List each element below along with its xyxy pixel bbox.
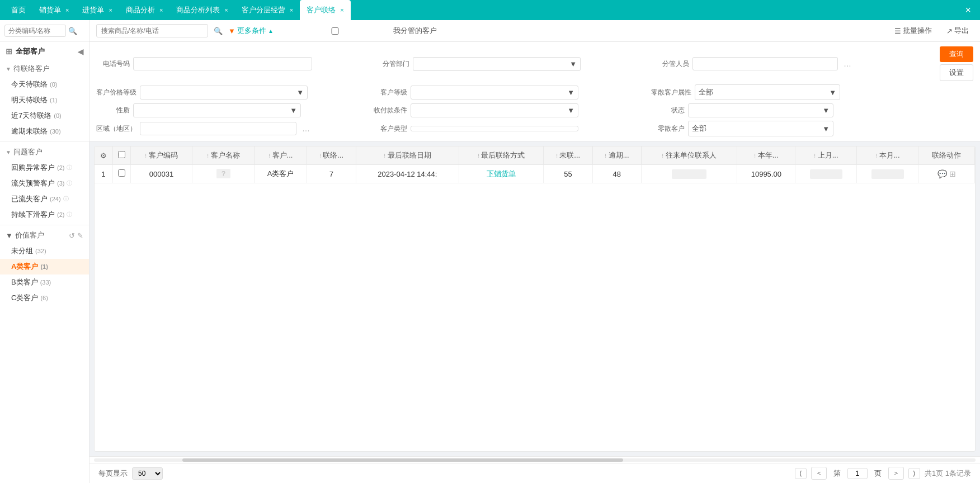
setting-btn[interactable]: 设置 [940,64,973,81]
close-sales-order[interactable]: × [65,7,69,13]
settings-icon[interactable]: ⚙ [100,151,107,160]
nav-purchase-order[interactable]: 进货单 × [76,0,119,20]
batch-icon: ☰ [894,27,901,35]
row-name: ？ [192,165,255,183]
filter-cell-customer-type: 客户类型 [374,124,651,134]
nav-product-analysis-list[interactable]: 商品分析列表 × [169,0,234,20]
customer-level-select[interactable]: ▼ [411,86,578,100]
refresh-icon[interactable]: ↺ [69,231,75,240]
row-this-year: 10995.00 [737,165,795,183]
price-level-label: 客户价格等级 [96,88,136,97]
customer-type-select[interactable] [411,126,578,131]
dept-select[interactable]: ▼ [413,57,581,71]
close-product-analysis-list[interactable]: × [224,7,228,13]
close-product-analysis[interactable]: × [159,7,163,13]
scroll-track [94,458,976,462]
filter-cell-customer-level: 客户等级 ▼ [374,86,651,100]
export-btn[interactable]: ↗ 导出 [942,23,973,38]
sidebar-item-tomorrow[interactable]: 明天待联络 (1) [0,92,89,108]
message-icon[interactable]: 💬 [937,169,947,178]
sidebar-item-unclassified[interactable]: 未分组 (32) [0,243,89,259]
collapse-sidebar-icon[interactable]: ◀ [78,48,83,56]
payment-select[interactable]: ▼ [411,103,578,117]
retail-select[interactable]: 全部▼ [688,121,833,136]
sidebar-item-churned[interactable]: 已流失客户 (24) ⓘ [0,191,89,207]
sidebar-item-overdue[interactable]: 逾期未联络 (30) [0,124,89,139]
nature-select[interactable]: ▼ [133,103,301,117]
sidebar-all-customers[interactable]: ⊞ 全部客户 ◀ [0,42,89,61]
info-icon-repurchase: ⓘ [67,164,72,172]
filter-cell-payment: 收付款条件 ▼ [374,103,651,117]
col-last-month: ⁝ 上月... [795,146,857,165]
page-number-input[interactable] [847,468,868,479]
row-actions: 💬 ⊞ [918,165,975,183]
nav-home[interactable]: 首页 [4,0,32,20]
row-checkbox[interactable] [118,169,125,177]
retail-attr-select[interactable]: 全部▼ [695,84,840,100]
region-dots[interactable]: … [300,124,312,133]
nav-customer-segment[interactable]: 客户分层经营 × [235,0,300,20]
sidebar-item-7days[interactable]: 近7天待联络 (0) [0,108,89,124]
last-page-btn[interactable]: ⟩ [908,468,920,479]
scroll-thumb[interactable] [182,458,623,462]
row-last-month [795,165,857,183]
col-checkbox[interactable] [112,146,130,165]
region-label: 区域（地区） [96,124,136,134]
first-page-btn[interactable]: ⟨ [795,468,807,479]
nav-product-analysis[interactable]: 商品分析 × [119,0,169,20]
query-btn[interactable]: 查询 [940,46,973,62]
page-size-select[interactable]: 50 100 200 [132,467,163,480]
select-all-checkbox[interactable] [118,151,125,158]
col-name: ⁝ 客户名称 [192,146,255,165]
sidebar-item-a-class[interactable]: A类客户 (1) [0,259,89,274]
sidebar-item-b-class[interactable]: B类客户 (33) [0,274,89,290]
my-customers-checkbox[interactable]: 我分管的客户 [279,26,437,36]
value-section-icons[interactable]: ↺ ✎ [69,231,83,240]
sidebar-search-icon[interactable]: 🔍 [68,27,77,35]
edit-icon[interactable]: ✎ [77,231,83,240]
prev-page-btn[interactable]: ＜ [811,467,827,480]
sidebar-item-churn-warning[interactable]: 流失预警客户 (3) ⓘ [0,176,89,191]
search-input[interactable] [96,24,208,37]
grid-action-icon[interactable]: ⊞ [949,169,956,178]
status-select[interactable]: ▼ [688,103,833,117]
search-icon[interactable]: 🔍 [214,27,223,35]
more-conditions-btn[interactable]: ▼ 更多条件 ▲ [228,26,274,36]
row-last-date: 2023-04-12 14:44: [356,165,459,183]
row-checkbox-cell[interactable] [112,165,130,183]
sidebar-search-input[interactable] [4,25,66,37]
retail-label: 零散客户 [651,124,685,134]
nav-sales-order[interactable]: 销货单 × [32,0,76,20]
nature-label: 性质 [96,106,130,115]
next-page-btn[interactable]: ＞ [888,467,904,480]
sidebar-item-repurchase[interactable]: 回购异常客户 (2) ⓘ [0,160,89,176]
close-customer-contact[interactable]: × [340,7,343,13]
person-input[interactable] [692,57,838,70]
pagination-bar: 每页显示 50 100 200 ⟨ ＜ 第 页 ＞ ⟩ 共1页 1条记录 [89,463,980,483]
batch-op-btn[interactable]: ☰ 批量操作 [890,23,936,38]
horizontal-scrollbar[interactable] [89,456,980,463]
price-level-select[interactable]: ▼ [140,86,308,100]
sidebar-item-today[interactable]: 今天待联络 (0) [0,77,89,92]
filter-cell-person: 分管人员 … [656,57,935,70]
sidebar-item-declining[interactable]: 持续下滑客户 (2) ⓘ [0,207,89,222]
col-contact: ⁝ 联络... [307,146,356,165]
filter-row-3: 性质 ▼ 收付款条件 ▼ 状态 ▼ [96,103,973,117]
col-code: ⁝ 客户编码 [130,146,192,165]
close-purchase-order[interactable]: × [109,7,112,13]
page-of-label: 页 [874,468,882,479]
sidebar-item-c-class[interactable]: C类客户 (6) [0,290,89,306]
row-person [642,165,737,183]
person-dots[interactable]: … [841,59,854,68]
advanced-filter: 电话号码 分管部门 ▼ 分管人员 … 查询 设置 [89,42,980,141]
close-customer-segment[interactable]: × [290,7,293,13]
phone-input[interactable] [133,57,312,70]
nav-customer-contact[interactable]: 客户联络 × [300,0,350,20]
row-last-method[interactable]: 下销货单 [459,165,544,183]
filter-cell-retail: 零散客户 全部▼ [651,121,929,136]
col-last-date: ⁝ 最后联络日期 [356,146,459,165]
col-uncontacted: ⁝ 未联... [544,146,592,165]
close-all-tabs[interactable]: × [960,4,976,16]
region-input[interactable] [140,122,296,135]
col-settings[interactable]: ⚙ [95,146,112,165]
